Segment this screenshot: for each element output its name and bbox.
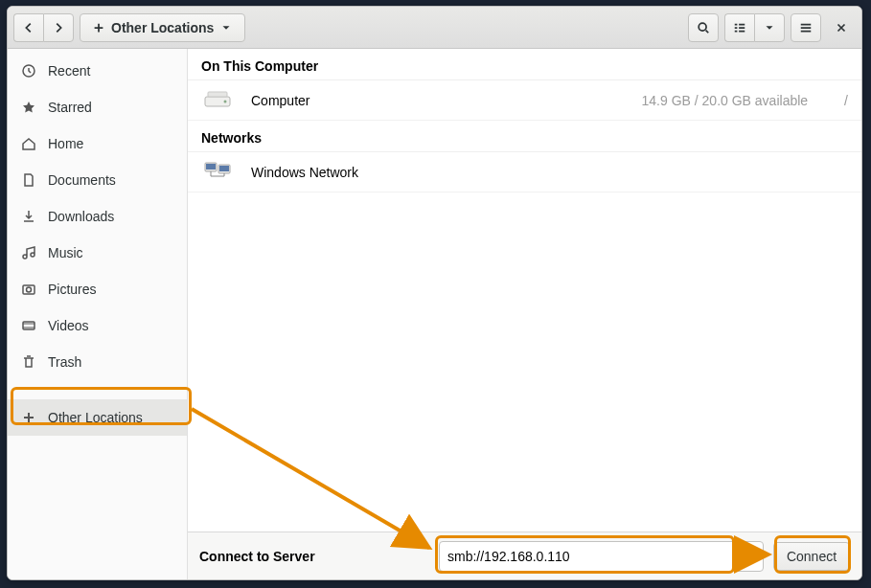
search-button[interactable] (688, 13, 719, 42)
sidebar-item-label: Trash (48, 354, 81, 370)
caret-down-icon (763, 21, 776, 34)
connect-button[interactable]: Connect (773, 542, 850, 571)
svg-point-0 (699, 23, 706, 31)
trash-icon (21, 354, 36, 370)
sidebar-item-documents[interactable]: Documents (8, 162, 187, 198)
svg-rect-7 (208, 92, 227, 97)
sidebar-item-label: Videos (48, 318, 89, 333)
sidebar-item-starred[interactable]: Starred (8, 89, 187, 125)
download-icon (21, 209, 36, 224)
close-icon (835, 21, 848, 34)
menu-button[interactable] (791, 13, 821, 42)
main-view: On This Computer Computer 14.9 GB / 20.0… (188, 49, 861, 579)
section-title-computer: On This Computer (188, 49, 861, 80)
connect-to-server-bar: Connect to Server Connect (188, 531, 861, 579)
sidebar-item-trash[interactable]: Trash (8, 344, 187, 380)
sidebar-item-label: Music (48, 245, 83, 260)
sidebar-item-label: Recent (48, 63, 90, 79)
pathbar-button[interactable]: Other Locations (80, 13, 245, 42)
nav-buttons (13, 13, 74, 42)
caret-down-icon (219, 21, 233, 34)
sidebar-item-downloads[interactable]: Downloads (8, 198, 187, 235)
headerbar: Other Locations (8, 7, 861, 49)
video-icon (21, 318, 36, 333)
sidebar-item-label: Starred (48, 100, 92, 115)
view-dropdown-button[interactable] (754, 13, 785, 42)
connect-label: Connect to Server (199, 549, 429, 564)
svg-point-6 (224, 100, 227, 102)
row-detail: 14.9 GB / 20.0 GB available (642, 93, 809, 108)
chevron-left-icon (22, 21, 35, 34)
sidebar-item-music[interactable]: Music (8, 235, 187, 271)
view-switcher (724, 13, 785, 42)
view-list-button[interactable] (724, 13, 754, 42)
sidebar: Recent Starred Home Documents Downloads … (8, 49, 188, 579)
connect-button-label: Connect (787, 549, 837, 564)
svg-rect-10 (206, 164, 216, 170)
sidebar-item-recent[interactable]: Recent (8, 53, 187, 89)
back-button[interactable] (13, 13, 43, 42)
plus-icon (21, 410, 36, 425)
home-icon (21, 136, 36, 151)
pathbar-label: Other Locations (111, 20, 214, 35)
camera-icon (21, 282, 36, 297)
server-address-input[interactable] (439, 541, 764, 572)
sidebar-item-label: Documents (48, 172, 116, 188)
row-label: Computer (251, 93, 309, 108)
list-view-icon (733, 21, 746, 34)
row-computer[interactable]: Computer 14.9 GB / 20.0 GB available / (188, 80, 861, 121)
sidebar-item-label: Home (48, 136, 83, 151)
svg-point-3 (27, 287, 32, 292)
forward-button[interactable] (43, 13, 74, 42)
sidebar-item-home[interactable]: Home (8, 125, 187, 162)
file-manager-window: Other Locations Recent (7, 6, 862, 580)
sidebar-item-label: Other Locations (48, 410, 143, 425)
network-icon (201, 162, 234, 183)
sidebar-item-other-locations[interactable]: Other Locations (8, 399, 187, 436)
star-icon (21, 100, 36, 115)
clock-icon (21, 63, 36, 79)
updown-icon[interactable] (743, 549, 758, 564)
row-label: Windows Network (251, 165, 358, 180)
row-path: / (844, 93, 848, 108)
sidebar-item-pictures[interactable]: Pictures (8, 271, 187, 307)
music-icon (21, 245, 36, 260)
drive-icon (201, 91, 234, 110)
sidebar-item-label: Downloads (48, 209, 114, 224)
svg-rect-11 (219, 166, 229, 171)
plus-icon (92, 21, 105, 34)
row-windows-network[interactable]: Windows Network (188, 152, 861, 192)
section-title-networks: Networks (188, 121, 861, 152)
sidebar-item-videos[interactable]: Videos (8, 307, 187, 344)
chevron-right-icon (52, 21, 65, 34)
svg-rect-4 (23, 322, 34, 329)
hamburger-icon (799, 21, 813, 34)
close-button[interactable] (827, 13, 856, 42)
document-icon (21, 172, 36, 188)
search-icon (697, 21, 710, 34)
sidebar-item-label: Pictures (48, 282, 97, 297)
